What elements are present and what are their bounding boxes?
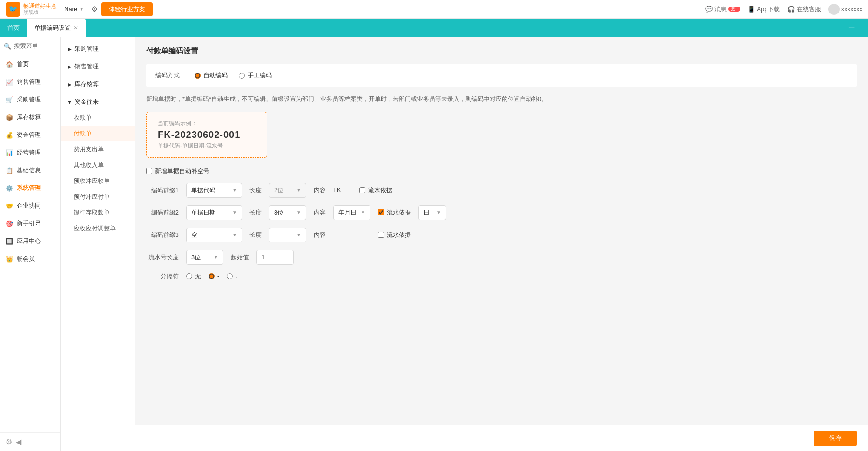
trial-button[interactable]: 体验行业方案 (101, 2, 153, 16)
sub-item-receipt[interactable]: 收款单 (61, 110, 135, 126)
serial2-unit-select[interactable]: 日 ▼ (418, 205, 446, 220)
start-value-input[interactable] (256, 250, 294, 265)
serial3-checkbox-label[interactable]: 流水依据 (378, 231, 411, 239)
chevron-purchase-icon: ▶ (68, 47, 72, 52)
sub-group-sales-title[interactable]: ▶ 销售管理 (61, 59, 135, 74)
app-download-button[interactable]: 📱 App下载 (747, 5, 780, 13)
chevron-inventory-icon: ▶ (68, 82, 72, 87)
logo-text: 畅通道好生意 旗舰版 (23, 3, 57, 16)
basic-icon: 📋 (6, 167, 13, 174)
length1-value: 2位 (274, 186, 283, 195)
serial2-checkbox-label[interactable]: 流水依据 (378, 209, 411, 217)
sub-group-purchase-title[interactable]: ▶ 采购管理 (61, 41, 135, 57)
sidebar-item-apps[interactable]: 🔲 应用中心 (0, 232, 60, 250)
save-button[interactable]: 保存 (814, 431, 857, 446)
sub-item-payment[interactable]: 付款单 (61, 126, 135, 141)
online-service-button[interactable]: 🎧 在线客服 (787, 5, 821, 13)
start-value-label: 起始值 (231, 253, 249, 262)
serial2-unit-value: 日 (424, 209, 430, 217)
serial-length-select[interactable]: 3位 ▼ (186, 250, 223, 265)
serial1-checkbox[interactable] (359, 187, 365, 193)
apps-icon: 🔲 (6, 237, 13, 245)
sidebar-item-basic[interactable]: 📋 基础信息 (0, 162, 60, 179)
sub-item-advance-payment[interactable]: 预付冲应付单 (61, 189, 135, 205)
separator-dot-input[interactable] (227, 273, 233, 279)
sub-item-adjustment[interactable]: 应收应付调整单 (61, 221, 135, 236)
topbar-dropdown[interactable]: Nare ▼ (61, 4, 87, 14)
separator-none-input[interactable] (186, 273, 192, 279)
auto-fill-row: 新增单据自动补空号 (146, 167, 857, 175)
radio-manual[interactable]: 手工编码 (239, 71, 272, 80)
inventory-icon: 📦 (6, 114, 13, 121)
guide-icon: 🎯 (6, 220, 13, 227)
user-menu[interactable]: xxxxxxx (828, 4, 863, 15)
sidebar-label-guide: 新手引导 (17, 219, 41, 228)
sub-group-inventory-title[interactable]: ▶ 库存核算 (61, 76, 135, 92)
auto-fill-checkbox-label[interactable]: 新增单据自动补空号 (146, 167, 857, 175)
topbar-right: 💬 消息 99+ 📱 App下载 🎧 在线客服 xxxxxxx (705, 4, 862, 15)
tab-home[interactable]: 首页 (0, 19, 27, 37)
radio-manual-input[interactable] (239, 73, 245, 79)
serial3-checkbox[interactable] (378, 232, 384, 238)
operations-icon: 📊 (6, 149, 13, 156)
sidebar-item-finance[interactable]: 💰 资金管理 (0, 126, 60, 144)
search-icon: 🔍 (4, 43, 11, 50)
sub-item-advance-receipt[interactable]: 预收冲应收单 (61, 173, 135, 189)
separator-dash-radio[interactable]: - (209, 273, 219, 280)
sidebar-item-inventory[interactable]: 📦 库存核算 (0, 108, 60, 126)
serial2-checkbox[interactable] (378, 209, 384, 215)
sidebar-item-purchase[interactable]: 🛒 采购管理 (0, 91, 60, 108)
separator-dash-input[interactable] (209, 273, 215, 279)
sidebar-item-sales[interactable]: 📈 销售管理 (0, 73, 60, 91)
auto-fill-checkbox[interactable] (146, 168, 152, 174)
form-row-2: 编码前缀2 单据日期 ▼ 长度 8位 ▼ 内容 年月日 ▼ 流水依据 日 ▼ (146, 205, 857, 220)
radio-auto-label: 自动编码 (203, 71, 228, 80)
content3-label: 内容 (314, 231, 326, 239)
chevron-down-icon: ▼ (79, 7, 84, 12)
sidebar-settings-button[interactable]: ⚙ (6, 438, 12, 446)
user-name: xxxxxxx (841, 6, 863, 13)
sidebar-item-operations[interactable]: 📊 经营管理 (0, 144, 60, 162)
chevron-sales-icon: ▶ (68, 64, 72, 69)
sub-item-expense[interactable]: 费用支出单 (61, 141, 135, 157)
search-menu[interactable]: 🔍 搜索菜单 (0, 37, 60, 55)
length1-select: 2位 ▼ (269, 183, 306, 198)
sidebar-label-sales: 销售管理 (17, 78, 41, 86)
sub-group-capital-label: 资金往来 (74, 98, 99, 106)
settings-icon[interactable]: ⚙ (91, 5, 98, 13)
tab-serial-settings[interactable]: 单据编码设置 ✕ (27, 19, 86, 37)
topbar: 🐦 畅通道好生意 旗舰版 Nare ▼ ⚙ 体验行业方案 💬 消息 99+ 📱 … (0, 0, 868, 19)
content2-select[interactable]: 年月日 ▼ (333, 205, 370, 220)
sub-item-bank-deposit[interactable]: 银行存取款单 (61, 205, 135, 221)
radio-auto[interactable]: 自动编码 (195, 71, 228, 80)
prefix3-value: 空 (191, 231, 197, 239)
home-icon: 🏠 (6, 61, 13, 68)
prefix2-select[interactable]: 单据日期 ▼ (186, 205, 242, 220)
prefix3-select[interactable]: 空 ▼ (186, 228, 242, 242)
sidebar-item-guide[interactable]: 🎯 新手引导 (0, 215, 60, 232)
sub-group-capital-title[interactable]: ▶ 资金往来 (61, 94, 135, 110)
sidebar-item-home[interactable]: 🏠 首页 (0, 55, 60, 73)
sub-item-income[interactable]: 其他收入单 (61, 157, 135, 173)
finance-icon: 💰 (6, 131, 13, 139)
sidebar-item-member[interactable]: 👑 畅会员 (0, 250, 60, 268)
tab-close-icon[interactable]: ✕ (74, 25, 78, 31)
chevron-capital-icon: ▶ (67, 100, 73, 104)
separator-dot-radio[interactable]: . (227, 273, 237, 280)
minimize-button[interactable]: ─ (849, 24, 854, 32)
serial1-checkbox-label[interactable]: 流水依据 (359, 186, 392, 195)
sidebar-item-system[interactable]: ⚙️ 系统管理 (0, 179, 60, 197)
length2-value: 8位 (274, 209, 283, 217)
length3-select[interactable]: ▼ (269, 228, 306, 242)
app-icon: 📱 (747, 6, 755, 13)
main-content: 付款单编码设置 编码方式 自动编码 手工编码 新增单据时，*单据编码*自动生成，… (135, 37, 868, 451)
length2-select[interactable]: 8位 ▼ (269, 205, 306, 220)
separator-none-radio[interactable]: 无 (186, 272, 201, 281)
messages-button[interactable]: 💬 消息 99+ (705, 5, 740, 13)
prefix1-value: 单据代码 (191, 186, 215, 195)
sidebar-item-cooperation[interactable]: 🤝 企业协同 (0, 197, 60, 215)
maximize-button[interactable]: □ (858, 24, 862, 32)
sidebar-collapse-button[interactable]: ◀ (16, 438, 21, 446)
prefix1-select[interactable]: 单据代码 ▼ (186, 183, 242, 198)
radio-auto-input[interactable] (195, 73, 201, 79)
